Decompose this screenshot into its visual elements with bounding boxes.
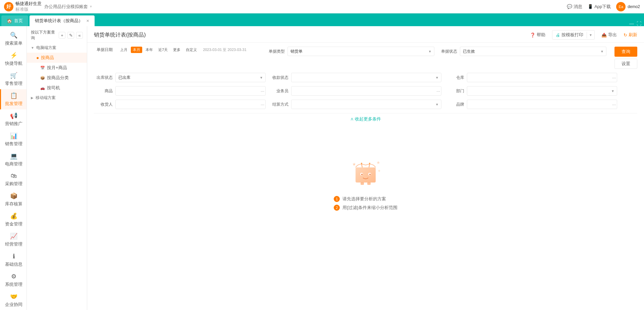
scheme-tree: ▼ 电脑端方案 ● 按商品 📅 按月+商品 📦 按商品分类 🚗 按司机 ▶ 移: [27, 43, 87, 105]
desktop-scheme-group[interactable]: ▼ 电脑端方案: [27, 43, 87, 53]
receiver-filter: 收货人 ···: [94, 100, 266, 109]
settings-button[interactable]: 设置: [614, 59, 637, 69]
storage-filter: 仓库 ···: [445, 73, 617, 82]
filter-row-2: 出库状态 已出库 ▼ 收款状态: [94, 73, 637, 82]
doc-status-filter: 单据状态 已生效 ▼: [438, 47, 606, 56]
doc-status-select-wrapper: 已生效 ▼: [460, 47, 606, 56]
message-button[interactable]: 💬 消息: [567, 4, 582, 10]
sidebar-item-retail[interactable]: 🛒 零售管理: [0, 69, 26, 89]
print-dropdown-arrow[interactable]: ▼: [587, 32, 594, 38]
tab-close-icon[interactable]: ✕: [86, 19, 89, 23]
sidebar-item-inventory[interactable]: 📦 库存核算: [0, 190, 26, 210]
sidebar-item-operations[interactable]: 📈 经营管理: [0, 230, 26, 250]
storage-dots-icon[interactable]: ···: [612, 75, 616, 80]
warehouse-select[interactable]: 已出库: [115, 73, 266, 82]
tab-home[interactable]: 🏠 首页: [1, 15, 28, 26]
home-icon: 🏠: [7, 18, 12, 23]
date-quick-buttons: 上月 本月 本年 近7天 更多 自定义: [118, 47, 199, 53]
help-icon: ❓: [530, 33, 535, 38]
date-custom[interactable]: 自定义: [184, 47, 199, 53]
collapse-filters-button[interactable]: ∧ 收起更多条件: [94, 113, 637, 125]
minimize-icon[interactable]: —: [629, 21, 634, 26]
search-button[interactable]: 查询: [614, 47, 637, 57]
help-button[interactable]: ❓ 帮助: [527, 31, 548, 39]
driver-icon: 🚗: [40, 86, 45, 90]
salesperson-input[interactable]: [291, 86, 441, 96]
brand-dots-icon[interactable]: ···: [612, 102, 616, 107]
add-scheme-button[interactable]: +: [59, 32, 65, 39]
edit-scheme-button[interactable]: ✎: [67, 32, 74, 39]
message-icon: 💬: [567, 4, 572, 9]
sidebar-item-marketing[interactable]: 📢 营销推广: [0, 109, 26, 130]
sidebar-item-basic-info[interactable]: ℹ 基础信息: [0, 250, 26, 270]
date-more[interactable]: 更多: [171, 47, 182, 53]
active-scheme-icon: ●: [36, 55, 39, 60]
sidebar-item-purchase[interactable]: 🛍 采购管理: [0, 170, 26, 190]
settlement-select[interactable]: [291, 100, 441, 109]
settlement-select-wrapper: ▼: [291, 100, 441, 109]
main-layout: 🔍 搜索菜单 ⚡ 快捷导航 🛒 零售管理 📋 批发管理 📢 营销推广 📊 销售管…: [0, 26, 644, 310]
scheme-item-by-product[interactable]: ● 按商品: [27, 53, 87, 63]
filter-row-4: 收货人 ··· 结算方式 ▼: [94, 100, 637, 109]
product-control: ···: [115, 86, 266, 96]
svg-text:★: ★: [376, 160, 380, 165]
sidebar-item-corp-collab[interactable]: 🤝 企业协同: [0, 290, 26, 310]
sales-icon: 📊: [10, 132, 17, 140]
product-input[interactable]: [115, 86, 266, 96]
content-area: 销货单统计表(按商品) ❓ 帮助 🖨 按模板打印 ▼ 📤: [87, 26, 644, 310]
scheme-item-by-driver[interactable]: 🚗 按司机: [27, 83, 87, 93]
payment-select[interactable]: [291, 73, 441, 82]
mobile-scheme-group[interactable]: ▶ 移动端方案: [27, 93, 87, 103]
left-panel-header: 按以下方案查询 + ✎ «: [27, 26, 87, 43]
svg-point-3: [361, 174, 363, 175]
app-download-button[interactable]: 📱 App下载: [588, 4, 611, 10]
tabbar: 🏠 首页 销货单统计表（按商品） ✕ — ⛶: [0, 13, 644, 26]
sidebar-item-finance[interactable]: 💰 资金管理: [0, 210, 26, 230]
user-profile[interactable]: Ea demo2: [616, 2, 640, 11]
product-dots-icon[interactable]: ···: [261, 89, 264, 94]
topbar-right: 💬 消息 📱 App下载 Ea demo2: [567, 2, 640, 11]
scheme-item-by-month-product[interactable]: 📅 按月+商品: [27, 63, 87, 73]
sidebar-item-sales[interactable]: 📊 销售管理: [0, 130, 26, 150]
date-this-year[interactable]: 本年: [144, 47, 155, 53]
brand-control: ···: [467, 100, 617, 109]
export-button[interactable]: 📤 导出: [599, 31, 620, 39]
basic-info-icon: ℹ: [13, 253, 15, 260]
print-button[interactable]: 🖨 按模板打印 ▼: [552, 30, 595, 40]
settlement-filter: 结算方式 ▼: [270, 100, 441, 109]
scheme-item-by-category[interactable]: 📦 按商品分类: [27, 73, 87, 83]
receiver-control: ···: [115, 100, 266, 109]
app-download-icon: 📱: [588, 4, 593, 9]
system-icon: ⚙: [11, 273, 16, 280]
refresh-button[interactable]: ↻ 刷新: [624, 32, 637, 38]
sidebar-item-system[interactable]: ⚙ 系统管理: [0, 270, 26, 290]
storage-input[interactable]: [467, 73, 617, 82]
logo-icon: 好: [4, 2, 13, 11]
collapse-panel-button[interactable]: «: [76, 32, 83, 39]
brand-input[interactable]: [467, 100, 617, 109]
date-this-month[interactable]: 本月: [131, 47, 142, 53]
expand-arrow-icon: ▼: [31, 46, 34, 50]
doc-status-select[interactable]: 已生效: [460, 47, 606, 56]
department-select[interactable]: [467, 86, 617, 96]
breadcrumb[interactable]: 办公用品行业模拟账套 ▼: [44, 4, 93, 10]
filter-row-1: 单据日期 上月 本月 本年 近7天 更多 自定义 2023-03-01 至 20…: [94, 47, 637, 69]
ecommerce-icon: 💻: [10, 152, 17, 160]
receiver-dots-icon[interactable]: ···: [261, 102, 264, 107]
salesperson-dots-icon[interactable]: ···: [436, 89, 440, 94]
date-last-7days[interactable]: 近7天: [156, 47, 170, 53]
maximize-icon[interactable]: ⛶: [637, 21, 641, 26]
sidebar-item-nav[interactable]: ⚡ 快捷导航: [0, 49, 26, 69]
svg-rect-0: [356, 167, 376, 183]
page-actions: ❓ 帮助 🖨 按模板打印 ▼ 📤 导出: [527, 30, 637, 40]
sidebar-item-wholesale[interactable]: 📋 批发管理: [0, 89, 26, 109]
avatar: Ea: [616, 2, 626, 11]
receiver-input[interactable]: [115, 100, 266, 109]
print-main[interactable]: 🖨 按模板打印: [552, 31, 587, 39]
sidebar-item-ecommerce[interactable]: 💻 电商管理: [0, 150, 26, 170]
sidebar-item-search[interactable]: 🔍 搜索菜单: [0, 29, 26, 49]
logo-text: 畅捷通好生意 标准版: [15, 1, 42, 12]
doc-type-select[interactable]: 销货单: [287, 47, 434, 56]
date-last-month[interactable]: 上月: [118, 47, 129, 53]
tab-sales-stat[interactable]: 销货单统计表（按商品） ✕: [30, 15, 95, 26]
